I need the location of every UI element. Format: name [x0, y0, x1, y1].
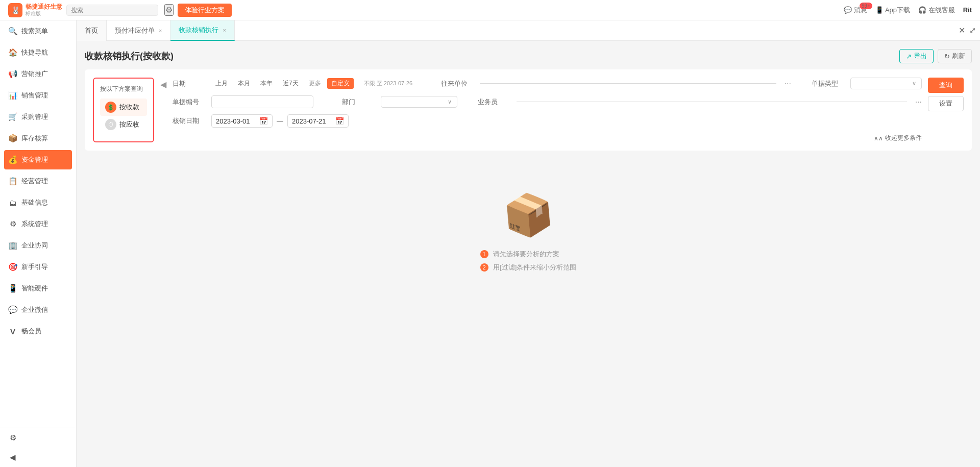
export-icon: ↗: [906, 53, 912, 60]
dept-label: 部门: [342, 97, 373, 107]
hint2-num: 2: [480, 263, 488, 272]
verify-date-start-input[interactable]: 2023-03-01 📅: [211, 114, 273, 128]
partner-dots-btn[interactable]: ···: [785, 79, 791, 88]
sidebar-item-search-menu[interactable]: 🔍 搜索菜单: [0, 20, 76, 42]
bottom-settings-icon: ⚙: [8, 433, 17, 443]
sidebar-label: 快捷导航: [21, 48, 48, 57]
sidebar-item-quick-nav[interactable]: 🏠 快捷导航: [0, 42, 76, 63]
page-title: 收款核销执行(按收款): [85, 50, 174, 62]
sidebar-item-guide[interactable]: 🎯 新手引导: [0, 256, 76, 278]
date-btn-7days[interactable]: 近7天: [279, 78, 303, 89]
by-receivable-icon: ⏱: [105, 119, 116, 130]
hardware-icon: 📱: [8, 284, 17, 293]
content-area: 首页 预付冲应付单 × 收款核销执行 × ✕ ⤢ 收款核销执行(按收款) ↗: [77, 20, 980, 467]
sidebar-item-sales[interactable]: 📊 销售管理: [0, 85, 76, 106]
date-btn-last-month[interactable]: 上月: [211, 78, 232, 89]
sidebar-item-wechat[interactable]: 💬 企业微信: [0, 299, 76, 321]
tab-receipt-verify[interactable]: 收款核销执行 ×: [170, 20, 234, 41]
sidebar-bottom-settings[interactable]: ⚙: [0, 428, 76, 448]
verify-date-label: 核销日期: [173, 116, 203, 126]
message-btn[interactable]: 💬 消息 99+: [844, 6, 867, 15]
sidebar-item-hardware[interactable]: 📱 智能硬件: [0, 278, 76, 299]
by-receipt-icon: 💲: [105, 102, 116, 113]
page-header: 收款核销执行(按收款) ↗ 导出 ↻ 刷新: [85, 49, 972, 63]
empty-hint1: 请先选择要分析的方案: [493, 250, 559, 258]
user-info[interactable]: Rit: [963, 6, 972, 14]
date-unlimited-label: 不限 至 2023-07-26: [364, 80, 412, 87]
sidebar-item-finance[interactable]: 💰 资金管理: [4, 150, 72, 169]
app-download-btn[interactable]: 📱 App下载: [875, 6, 910, 15]
enterprise-icon: 🏢: [8, 241, 17, 250]
empty-hint2: 用[过滤]条件来缩小分析范围: [493, 263, 576, 271]
staff-dots-btn[interactable]: ···: [915, 97, 922, 107]
calendar-end-icon: 📅: [335, 117, 344, 125]
page-content: 收款核销执行(按收款) ↗ 导出 ↻ 刷新 按以下方案查询: [77, 41, 980, 467]
tab-prepay-label: 预付冲应付单: [115, 26, 155, 35]
staff-input-area: [517, 102, 907, 102]
filter-option-by-receipt[interactable]: 💲 按收款: [100, 99, 147, 116]
verify-date-range: 2023-03-01 📅 — 2023-07-21 📅: [211, 114, 349, 128]
sidebar-collapse-btn[interactable]: ◀: [0, 448, 76, 467]
finance-icon: 💰: [8, 155, 17, 164]
filter-option-by-receivable[interactable]: ⏱ 按应收: [100, 116, 147, 133]
tab-receipt-close[interactable]: ×: [223, 27, 226, 33]
empty-illustration: 📦: [503, 191, 554, 239]
docno-input[interactable]: [211, 95, 313, 108]
collapse-btn[interactable]: ∧∧ 收起更多条件: [874, 134, 922, 142]
top-bar-left: 🐰 畅捷通好生意 标准版 ⚙ 体验行业方案: [8, 3, 232, 17]
query-btn[interactable]: 查询: [928, 78, 964, 93]
verify-date-end-input[interactable]: 2023-07-21 📅: [287, 114, 349, 128]
refresh-btn[interactable]: ↻ 刷新: [938, 49, 972, 63]
staff-label: 业务员: [478, 97, 508, 107]
sidebar-label: 企业协同: [21, 241, 48, 250]
empty-state: 📦 1 请先选择要分析的方案 2 用[过滤]条件来缩小分析范围: [85, 151, 972, 315]
setting-btn[interactable]: 设置: [928, 96, 964, 111]
tab-prepay-close[interactable]: ×: [159, 28, 162, 34]
sidebar-item-marketing[interactable]: 📢 营销推广: [0, 63, 76, 85]
tab-home[interactable]: 首页: [77, 20, 107, 41]
collapse-up-icon: ∧∧: [874, 135, 883, 142]
guide-icon: 🎯: [8, 262, 17, 272]
filter-right-actions: 查询 设置: [928, 78, 964, 142]
filter-toggle-btn[interactable]: ◀: [160, 80, 166, 89]
sidebar-label: 销售管理: [21, 91, 48, 100]
sidebar-label: 经营管理: [21, 177, 48, 186]
filter-section: 按以下方案查询 💲 按收款 ⏱ 按应收 ◀ 日期: [85, 69, 972, 151]
sales-icon: 📊: [8, 91, 17, 100]
tab-prepay[interactable]: 预付冲应付单 ×: [107, 20, 170, 41]
inventory-icon: 📦: [8, 134, 17, 143]
date-separator: —: [277, 117, 283, 125]
filter-row-1: 日期 上月 本月 本年 近7天 更多 自定义 不限 至 2023-07-26 往…: [173, 78, 922, 89]
date-btn-this-year[interactable]: 本年: [256, 78, 277, 89]
sidebar-item-member[interactable]: V 畅会员: [0, 321, 76, 342]
dept-chevron: ∨: [448, 99, 452, 105]
sidebar-item-operation[interactable]: 📋 经营管理: [0, 170, 76, 192]
docno-label: 单据编号: [173, 97, 203, 107]
main-layout: 🔍 搜索菜单 🏠 快捷导航 📢 营销推广 📊 销售管理 🛒 采购管理 📦 库存核…: [0, 20, 980, 467]
sidebar-label: 库存核算: [21, 134, 48, 143]
settings-gear-icon[interactable]: ⚙: [164, 4, 174, 16]
tab-close-all-btn[interactable]: ✕: [959, 26, 965, 35]
tab-maximize-btn[interactable]: ⤢: [969, 26, 976, 35]
online-service-btn[interactable]: 🎧 在线客服: [918, 6, 955, 15]
sidebar-item-system[interactable]: ⚙ 系统管理: [0, 213, 76, 235]
date-label: 日期: [173, 79, 203, 88]
dept-select[interactable]: ∨: [381, 96, 457, 108]
sidebar-item-inventory[interactable]: 📦 库存核算: [0, 128, 76, 149]
date-btn-this-month[interactable]: 本月: [234, 78, 254, 89]
industry-btn[interactable]: 体验行业方案: [178, 4, 232, 17]
sidebar-item-basic[interactable]: 🗂 基础信息: [0, 192, 76, 213]
filter-left-panel: 按以下方案查询 💲 按收款 ⏱ 按应收: [93, 78, 154, 142]
sidebar-label: 智能硬件: [21, 284, 48, 293]
basic-icon: 🗂: [8, 199, 17, 207]
export-btn[interactable]: ↗ 导出: [899, 49, 934, 63]
doctype-select[interactable]: ∨: [850, 78, 922, 89]
date-btn-more[interactable]: 更多: [305, 78, 325, 89]
sidebar-item-purchase[interactable]: 🛒 采购管理: [0, 106, 76, 128]
tab-bar: 首页 预付冲应付单 × 收款核销执行 × ✕ ⤢: [77, 20, 980, 41]
sidebar-item-enterprise[interactable]: 🏢 企业协同: [0, 235, 76, 256]
logo-edition: 标准版: [26, 11, 62, 17]
page-actions: ↗ 导出 ↻ 刷新: [899, 49, 972, 63]
top-search-input[interactable]: [66, 5, 158, 16]
date-btn-custom[interactable]: 自定义: [327, 78, 354, 89]
